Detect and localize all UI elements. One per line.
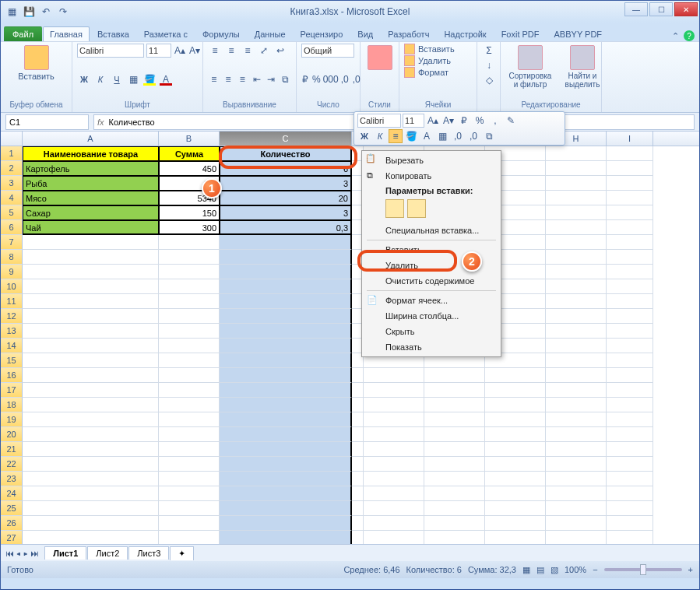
- cell[interactable]: [607, 531, 653, 544]
- cell[interactable]: Количество: [220, 146, 352, 161]
- underline-button[interactable]: Ч: [110, 72, 124, 86]
- fill-color-button[interactable]: 🪣: [142, 72, 157, 86]
- cell[interactable]: [159, 339, 220, 353]
- cell[interactable]: [220, 383, 352, 398]
- cell[interactable]: [23, 501, 159, 516]
- excel-icon[interactable]: ▦: [4, 4, 19, 19]
- cell[interactable]: [23, 383, 159, 398]
- row-header[interactable]: 1: [1, 146, 23, 161]
- cell[interactable]: [424, 501, 485, 516]
- cell[interactable]: [159, 265, 220, 279]
- row-header[interactable]: 4: [1, 191, 23, 205]
- align-left-icon[interactable]: ≡: [208, 72, 220, 86]
- align-middle-icon[interactable]: ≡: [224, 44, 238, 58]
- cell[interactable]: [607, 486, 653, 501]
- sheet-tab-3[interactable]: Лист3: [128, 546, 169, 560]
- shrink-font-icon[interactable]: A▾: [188, 44, 201, 58]
- tab-addins[interactable]: Надстройк: [437, 26, 493, 41]
- cell[interactable]: [159, 353, 220, 368]
- sheet-tab-2[interactable]: Лист2: [87, 546, 128, 560]
- cell[interactable]: [424, 398, 485, 412]
- paste-option-2[interactable]: [407, 199, 426, 218]
- cell[interactable]: [364, 383, 424, 398]
- grow-font-icon[interactable]: A▴: [174, 44, 186, 58]
- minimize-button[interactable]: —: [624, 2, 648, 16]
- cell[interactable]: [364, 472, 424, 486]
- cell[interactable]: [424, 457, 485, 472]
- cell[interactable]: [485, 486, 546, 501]
- sort-filter-button[interactable]: Сортировка и фильтр: [505, 44, 555, 90]
- cell[interactable]: [364, 486, 424, 501]
- cell[interactable]: Наименование товара: [23, 146, 159, 161]
- cell[interactable]: [607, 501, 653, 516]
- view-layout-icon[interactable]: ▤: [536, 565, 544, 575]
- cell[interactable]: [23, 339, 159, 353]
- cell[interactable]: [23, 412, 159, 427]
- row-header[interactable]: 13: [1, 324, 23, 339]
- tab-home[interactable]: Главная: [43, 26, 90, 41]
- cell[interactable]: [159, 279, 220, 294]
- row-header[interactable]: 20: [1, 427, 23, 442]
- sheet-nav[interactable]: ⏮ ◀ ▶ ⏭: [1, 549, 44, 558]
- cell[interactable]: [424, 516, 485, 531]
- cell[interactable]: [607, 235, 653, 250]
- row-header[interactable]: 22: [1, 457, 23, 472]
- name-box[interactable]: C1: [5, 114, 89, 130]
- cell[interactable]: [23, 235, 159, 250]
- cell[interactable]: [424, 472, 485, 486]
- cell[interactable]: [23, 457, 159, 472]
- row-header[interactable]: 10: [1, 279, 23, 294]
- cell[interactable]: [220, 457, 352, 472]
- cell[interactable]: [220, 516, 352, 531]
- cell[interactable]: [220, 265, 352, 279]
- cell[interactable]: 450: [159, 161, 220, 176]
- cell[interactable]: [546, 516, 607, 531]
- cell[interactable]: [546, 279, 607, 294]
- col-header-b[interactable]: B: [159, 132, 220, 146]
- border-button[interactable]: ▦: [126, 72, 140, 86]
- cell[interactable]: [220, 324, 352, 339]
- cell[interactable]: [546, 368, 607, 383]
- cell[interactable]: [23, 531, 159, 544]
- select-all-corner[interactable]: [1, 132, 23, 146]
- currency-icon[interactable]: ₽: [301, 72, 309, 86]
- row-header[interactable]: 2: [1, 161, 23, 176]
- styles-button[interactable]: [365, 44, 394, 72]
- col-header-c[interactable]: C: [220, 132, 352, 146]
- cell[interactable]: [352, 442, 364, 457]
- row-header[interactable]: 23: [1, 472, 23, 486]
- paste-option-1[interactable]: [385, 199, 404, 218]
- format-cells-button[interactable]: Формат: [404, 67, 472, 78]
- mini-border-button[interactable]: ▦: [435, 129, 449, 143]
- mini-shrink-font-icon[interactable]: A▾: [441, 114, 456, 128]
- cell[interactable]: [424, 442, 485, 457]
- cell[interactable]: [23, 486, 159, 501]
- merge-button[interactable]: ⧉: [280, 72, 291, 86]
- tab-layout[interactable]: Разметка с: [137, 26, 195, 41]
- mini-bold-button[interactable]: Ж: [357, 129, 371, 143]
- mini-inc-decimal-icon[interactable]: ,0: [451, 129, 465, 143]
- fill-icon[interactable]: ↓: [482, 58, 496, 72]
- mini-italic-button[interactable]: К: [373, 129, 387, 143]
- row-header[interactable]: 17: [1, 383, 23, 398]
- align-bottom-icon[interactable]: ≡: [241, 44, 255, 58]
- maximize-button[interactable]: ☐: [649, 2, 673, 16]
- row-header[interactable]: 5: [1, 205, 23, 220]
- ctx-hide[interactable]: Скрыть: [364, 324, 499, 339]
- cell[interactable]: [546, 176, 607, 191]
- cell[interactable]: [607, 398, 653, 412]
- row-header[interactable]: 16: [1, 368, 23, 383]
- cell[interactable]: [485, 442, 546, 457]
- cell[interactable]: Рыба: [23, 176, 159, 191]
- delete-cells-button[interactable]: Удалить: [404, 55, 472, 66]
- cell[interactable]: [352, 368, 364, 383]
- cell[interactable]: [546, 191, 607, 205]
- cell[interactable]: [546, 398, 607, 412]
- cell[interactable]: [220, 279, 352, 294]
- cell[interactable]: [485, 412, 546, 427]
- tab-insert[interactable]: Вставка: [90, 26, 136, 41]
- help-icon[interactable]: ?: [684, 30, 695, 41]
- cell[interactable]: [23, 279, 159, 294]
- sheet-tab-1[interactable]: Лист1: [44, 546, 86, 560]
- zoom-in-button[interactable]: +: [688, 565, 693, 574]
